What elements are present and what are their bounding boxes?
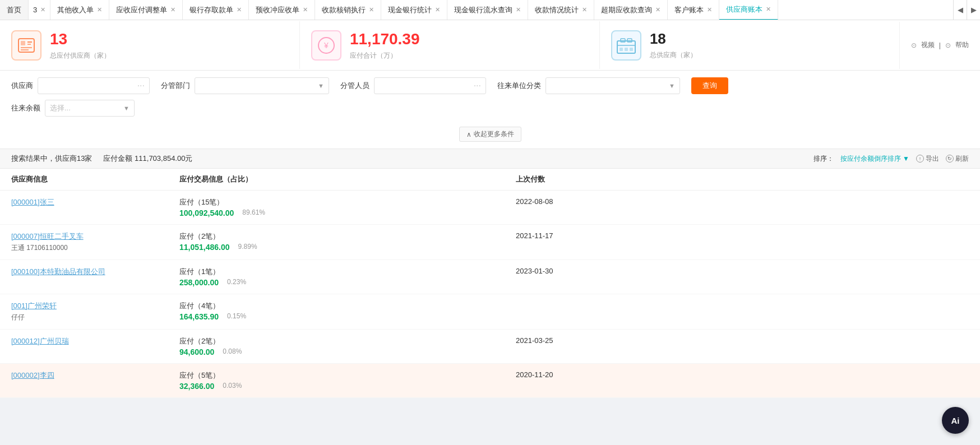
- collapse-up-icon: ∧: [466, 131, 471, 138]
- row-5-supplier: [000002]李四: [11, 370, 179, 381]
- filter-row-1: 供应商 ··· 分管部门 ▼ 分管人员 ··· 往来单位分类 ▼: [11, 77, 969, 94]
- top-navigation: 首页 3 ✕ 其他收入单 ✕ 应收应付调整单 ✕ 银行存取款单 ✕ 预收冲应收单…: [0, 0, 980, 20]
- export-icon: ↑: [916, 155, 924, 163]
- person-dots-icon[interactable]: ···: [474, 81, 481, 91]
- top-right-links: ⊙ 视频 | ⊙ 帮助: [900, 40, 980, 50]
- row-2-percent: 0.23%: [227, 278, 246, 286]
- row-2-amount[interactable]: 258,000.00: [179, 278, 219, 287]
- filter-category: 往来单位分类 ▼: [497, 77, 680, 94]
- row-5-date: 2020-11-20: [516, 370, 553, 379]
- sort-select[interactable]: 按应付余额倒序排序 ▼: [840, 154, 909, 164]
- person-label: 分管人员: [340, 81, 369, 91]
- nav-tab-other-income[interactable]: 其他收入单 ✕: [50, 0, 109, 20]
- collapse-button[interactable]: ∧ 收起更多条件: [459, 127, 521, 142]
- nav-tab-cash-flow-label: 现金银行流水查询: [454, 5, 512, 15]
- nav-tab-3[interactable]: 3 ✕: [29, 0, 50, 20]
- person-input[interactable]: [379, 82, 474, 90]
- department-arrow-icon: ▼: [318, 82, 324, 89]
- row-4-transaction-label: 应付（2笔）: [179, 336, 516, 346]
- nav-tab-3-close[interactable]: ✕: [40, 6, 45, 13]
- row-1-supplier-sub: 王通 17106110000: [11, 243, 179, 253]
- payable-suppliers-content: 13 总应付供应商（家）: [50, 30, 110, 61]
- row-2-transaction: 应付（1笔） 258,000.00 0.23%: [179, 267, 516, 287]
- nav-tab-recv-stat[interactable]: 收款情况统计 ✕: [528, 0, 594, 20]
- circle-icon2: ⊙: [945, 41, 951, 49]
- nav-tab-collection-close[interactable]: ✕: [369, 6, 374, 13]
- row-0-supplier-link[interactable]: [000001]张三: [11, 198, 54, 206]
- video-link[interactable]: 视频: [921, 40, 935, 50]
- category-select[interactable]: ▼: [546, 77, 680, 94]
- department-select[interactable]: ▼: [195, 77, 329, 94]
- row-0-lastpay: 2022-08-08: [516, 197, 969, 206]
- nav-tab-cash-flow[interactable]: 现金银行流水查询 ✕: [447, 0, 528, 20]
- query-button[interactable]: 查询: [691, 77, 728, 94]
- nav-tab-collection[interactable]: 收款核销执行 ✕: [315, 0, 381, 20]
- svg-rect-14: [630, 48, 633, 51]
- total-suppliers-value: 18: [650, 30, 697, 48]
- nav-tab-cash-flow-close[interactable]: ✕: [516, 6, 521, 13]
- row-4-amount[interactable]: 94,600.00: [179, 347, 214, 356]
- nav-tab-other-income-close[interactable]: ✕: [97, 6, 102, 13]
- balance-label: 往来余额: [11, 103, 40, 113]
- row-0-amount[interactable]: 100,092,540.00: [179, 208, 234, 217]
- nav-tab-adjustment-close[interactable]: ✕: [170, 6, 175, 13]
- nav-next-arrow[interactable]: ▶: [967, 0, 980, 20]
- nav-tab-bank-deposit[interactable]: 银行存取款单 ✕: [183, 0, 249, 20]
- row-0-supplier: [000001]张三: [11, 197, 179, 207]
- nav-arrow-group: ◀ ▶: [953, 0, 980, 20]
- row-0-date: 2022-08-08: [516, 197, 553, 206]
- table-header: 供应商信息 应付交易信息（占比） 上次付数: [0, 169, 980, 191]
- payable-total-icon: ¥: [311, 30, 341, 61]
- nav-tab-recv-stat-label: 收款情况统计: [535, 5, 579, 15]
- row-1-transaction-row: 11,051,486.00 9.89%: [179, 242, 516, 252]
- export-label: 导出: [926, 154, 939, 164]
- person-input-wrapper[interactable]: ···: [374, 77, 486, 94]
- row-1-amount[interactable]: 11,051,486.00: [179, 243, 230, 252]
- row-1-transaction: 应付（2笔） 11,051,486.00 9.89%: [179, 231, 516, 252]
- row-4-lastpay: 2021-03-25: [516, 336, 969, 345]
- supplier-input[interactable]: [43, 82, 137, 90]
- export-button[interactable]: ↑ 导出: [916, 154, 939, 164]
- row-2-supplier-link[interactable]: [000100]本特勤油品有限公司: [11, 267, 105, 276]
- row-1-supplier-link[interactable]: [000007]恒旺二手叉车: [11, 232, 84, 240]
- row-5-transaction: 应付（5笔） 32,366.00 0.03%: [179, 370, 516, 391]
- nav-tab-other-income-label: 其他收入单: [57, 5, 94, 15]
- nav-tab-customer-ledger-close[interactable]: ✕: [707, 6, 712, 13]
- help-link[interactable]: 帮助: [955, 40, 969, 50]
- row-5-supplier-link[interactable]: [000002]李四: [11, 371, 54, 379]
- nav-tab-overdue-close[interactable]: ✕: [655, 6, 660, 13]
- nav-tab-overdue[interactable]: 超期应收款查询 ✕: [594, 0, 668, 20]
- row-5-amount[interactable]: 32,366.00: [179, 382, 214, 391]
- nav-tab-cash-stat-close[interactable]: ✕: [435, 6, 440, 13]
- supplier-input-wrapper[interactable]: ···: [38, 77, 150, 94]
- nav-tab-bank-deposit-close[interactable]: ✕: [237, 6, 242, 13]
- filter-person: 分管人员 ···: [340, 77, 486, 94]
- row-3-percent: 0.15%: [227, 312, 246, 320]
- nav-tab-customer-ledger[interactable]: 客户账本 ✕: [668, 0, 719, 20]
- nav-tab-supplier-ledger-close[interactable]: ✕: [766, 6, 771, 13]
- summary-section: 13 总应付供应商（家） ¥ 11,170.39 应付合计（万）: [0, 20, 980, 71]
- nav-tab-cash-stat[interactable]: 现金银行统计 ✕: [381, 0, 447, 20]
- filter-row-2: 往来余额 选择... ▼: [11, 100, 969, 117]
- supplier-dots-icon[interactable]: ···: [137, 81, 145, 91]
- row-2-lastpay: 2023-01-30: [516, 267, 969, 275]
- row-4-transaction-row: 94,600.00 0.08%: [179, 346, 516, 356]
- nav-prev-arrow[interactable]: ◀: [953, 0, 967, 20]
- nav-tab-adjustment[interactable]: 应收应付调整单 ✕: [109, 0, 183, 20]
- row-3-supplier-link[interactable]: [001]广州荣轩: [11, 302, 57, 310]
- nav-tab-overdue-label: 超期应收款查询: [601, 5, 652, 15]
- row-3-amount[interactable]: 164,635.90: [179, 312, 219, 321]
- nav-tab-home[interactable]: 首页: [0, 0, 29, 20]
- nav-tab-recv-stat-close[interactable]: ✕: [582, 6, 587, 13]
- nav-tab-prepay-close[interactable]: ✕: [303, 6, 308, 13]
- balance-select[interactable]: 选择... ▼: [45, 100, 135, 117]
- refresh-button[interactable]: ↻ 刷新: [946, 154, 969, 164]
- sort-value: 按应付余额倒序排序: [840, 154, 901, 164]
- nav-tab-supplier-ledger[interactable]: 供应商账本 ✕: [719, 0, 778, 20]
- department-label: 分管部门: [161, 81, 190, 91]
- table-section: 供应商信息 应付交易信息（占比） 上次付数 [000001]张三 应付（15笔）…: [0, 169, 980, 398]
- collapse-label: 收起更多条件: [474, 129, 514, 139]
- row-4-supplier-link[interactable]: [000012]广州贝瑞: [11, 337, 69, 345]
- row-1-percent: 9.89%: [238, 243, 257, 251]
- nav-tab-prepay[interactable]: 预收冲应收单 ✕: [249, 0, 315, 20]
